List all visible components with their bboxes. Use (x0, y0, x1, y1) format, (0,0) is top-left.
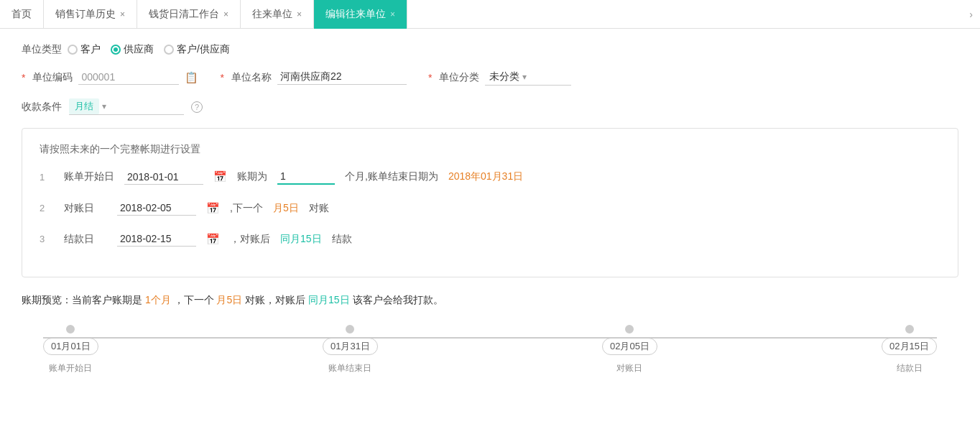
unit-category-item: * 单位分类 未分类 ▾ (428, 69, 571, 86)
row-2-calendar[interactable]: 📅 (206, 202, 220, 215)
row-1-calendar[interactable]: 📅 (213, 170, 227, 183)
tl-badge-2: 02月05日 (602, 338, 657, 355)
row-1-desc-pre: 账期为 (237, 170, 267, 183)
payment-label: 收款条件 (22, 101, 62, 114)
row-2-num: 2 (40, 203, 54, 213)
row-3-calendar[interactable]: 📅 (206, 233, 220, 246)
section-hint: 请按照未来的一个完整帐期进行设置 (40, 143, 940, 156)
code-calendar-icon[interactable]: 📋 (185, 71, 198, 84)
row-3-highlight: 同月15日 (280, 233, 322, 246)
row-2-date[interactable] (117, 201, 196, 216)
tab-cash-work-close[interactable]: × (223, 10, 228, 19)
radio-both-label: 客户/供应商 (177, 43, 230, 56)
preview-text: 账期预览：当前客户账期是 1个月 ，下一个 月5日 对账，对账后 同月15日 该… (22, 292, 958, 308)
row-2-highlight: 月5日 (273, 202, 299, 215)
payment-tag: 月结 (69, 98, 99, 114)
radio-both-circle (164, 45, 174, 55)
row-1-desc-post: 个月,账单结束日期为 (345, 170, 438, 183)
tab-home-label: 首页 (11, 8, 32, 21)
name-label: 单位名称 (231, 71, 272, 84)
tab-edit-unit[interactable]: 编辑往来单位 × (314, 0, 407, 29)
row-1-num: 1 (40, 172, 54, 183)
unit-type-item: 单位类型 客户 供应商 客户/供应商 (22, 43, 230, 56)
tl-badge-1: 01月31日 (323, 338, 378, 355)
config-row-3: 3 结款日 📅 ，对账后 同月15日 结款 (40, 231, 940, 247)
config-row-2: 2 对账日 📅 ,下一个 月5日 对账 (40, 201, 940, 216)
tab-home[interactable]: 首页 (0, 0, 44, 29)
tab-edit-unit-close[interactable]: × (390, 10, 395, 19)
row-3-date[interactable] (117, 231, 196, 247)
tab-edit-unit-label: 编辑往来单位 (325, 8, 386, 21)
months-input[interactable] (277, 169, 335, 185)
tab-cash-work-label: 钱货日清工作台 (149, 8, 219, 21)
tl-badge-3: 02月15日 (882, 338, 937, 355)
category-dropdown[interactable]: 未分类 ▾ (485, 69, 571, 86)
tl-badge-0: 01月01日 (43, 338, 98, 355)
tabs-bar: 首页 销售订单历史 × 钱货日清工作台 × 往来单位 × 编辑往来单位 × › (0, 0, 980, 29)
row-1-label: 账单开始日 (64, 170, 114, 183)
tl-dot-1 (346, 325, 354, 334)
row-3-desc-pre: ，对账后 (230, 233, 270, 246)
radio-supplier-circle (111, 45, 121, 55)
unit-type-label: 单位类型 (22, 43, 62, 56)
row-2-desc-post: 对账 (309, 202, 329, 215)
category-label: 单位分类 (439, 71, 479, 84)
tl-label-1: 账单结束日 (328, 362, 371, 374)
tab-sales-history-label: 销售订单历史 (55, 8, 116, 21)
category-required-star: * (428, 72, 432, 83)
category-arrow: ▾ (522, 72, 527, 82)
tab-unit-list[interactable]: 往来单位 × (241, 0, 314, 29)
unit-name-item: * 单位名称 (220, 70, 406, 85)
tab-unit-list-close[interactable]: × (297, 10, 302, 19)
row-2-desc-pre: ,下一个 (230, 202, 263, 215)
preview-prefix: 账期预览：当前客户账期是 (22, 294, 142, 305)
row-3-num: 3 (40, 234, 54, 244)
unit-type-row: 单位类型 客户 供应商 客户/供应商 (22, 43, 958, 56)
tab-sales-history-close[interactable]: × (120, 10, 125, 19)
unit-code-item: * 单位编码 📋 (22, 70, 198, 85)
tl-label-3: 结款日 (897, 362, 923, 374)
preview-mid1: ，下一个 (174, 294, 214, 305)
payment-arrow: ▾ (102, 101, 106, 111)
preview-mid2: 对账，对账后 (245, 294, 305, 305)
tabs-scroll-arrow[interactable]: › (962, 9, 980, 20)
preview-highlight2: 月5日 (216, 294, 242, 305)
tl-item-3: 02月15日 结款日 (882, 325, 937, 374)
tl-item-1: 01月31日 账单结束日 (323, 325, 378, 374)
row-3-desc-post: 结款 (332, 233, 352, 246)
radio-both[interactable]: 客户/供应商 (164, 43, 230, 56)
radio-customer[interactable]: 客户 (68, 43, 101, 56)
code-input[interactable] (78, 70, 179, 85)
code-required-star: * (22, 72, 25, 83)
tab-sales-history[interactable]: 销售订单历史 × (44, 0, 137, 29)
name-required-star: * (220, 72, 223, 83)
section-box: 请按照未来的一个完整帐期进行设置 1 账单开始日 📅 账期为 个月,账单结束日期… (22, 128, 958, 277)
radio-customer-circle (68, 45, 78, 55)
radio-customer-label: 客户 (80, 43, 101, 56)
row-3-label: 结款日 (64, 233, 107, 246)
code-label: 单位编码 (32, 71, 73, 84)
row-2-label: 对账日 (64, 202, 107, 215)
preview-highlight3: 同月15日 (308, 294, 350, 305)
unit-type-radio-group: 客户 供应商 客户/供应商 (68, 43, 230, 56)
row-1-highlight-date: 2018年01月31日 (448, 170, 523, 183)
tl-label-2: 对账日 (616, 362, 642, 374)
page-content: 单位类型 客户 供应商 客户/供应商 * 单位编码 (0, 29, 980, 437)
payment-condition-row: 收款条件 月结 ▾ ? (22, 98, 958, 115)
tl-dot-3 (905, 325, 914, 334)
name-input[interactable] (277, 70, 407, 85)
preview-highlight1: 1个月 (145, 294, 171, 305)
config-row-1: 1 账单开始日 📅 账期为 个月,账单结束日期为 2018年01月31日 (40, 169, 940, 185)
tl-dot-2 (625, 325, 634, 334)
radio-supplier-label: 供应商 (124, 43, 154, 56)
row-1-date[interactable] (124, 170, 203, 185)
tab-cash-work[interactable]: 钱货日清工作台 × (137, 0, 241, 29)
payment-help-icon[interactable]: ? (191, 101, 203, 113)
payment-select[interactable]: 月结 ▾ (69, 98, 184, 115)
tl-item-2: 02月05日 对账日 (602, 325, 657, 374)
radio-supplier[interactable]: 供应商 (111, 43, 154, 56)
preview-suffix: 该客户会给我打款。 (353, 294, 443, 305)
tl-label-0: 账单开始日 (49, 362, 92, 374)
timeline-points: 01月01日 账单开始日 01月31日 账单结束日 02月05日 对账日 02月… (43, 325, 937, 374)
category-value: 未分类 (489, 70, 519, 83)
